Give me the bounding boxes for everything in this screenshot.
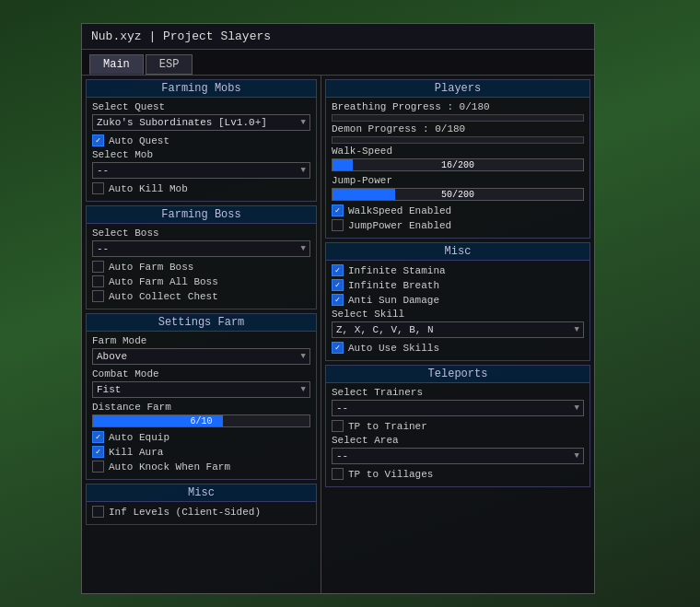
farm-mode-label: Farm Mode (92, 335, 310, 346)
left-panel: Farming Mobs Select Quest Zuko's Subordi… (82, 76, 321, 593)
tp-villages-label: TP to Villages (348, 469, 433, 480)
select-area-label: Select Area (332, 435, 584, 446)
inf-levels-label: Inf Levels (Client-Sided) (109, 507, 261, 518)
infinite-breath-checkbox[interactable] (332, 279, 344, 291)
tp-villages-row: TP to Villages (332, 468, 584, 480)
tp-trainer-row: TP to Trainer (332, 420, 584, 432)
farming-mobs-section: Farming Mobs Select Quest Zuko's Subordi… (86, 79, 317, 202)
auto-collect-chest-row: Auto Collect Chest (92, 290, 310, 302)
farm-mode-dropdown-wrapper[interactable]: Above (92, 348, 310, 365)
right-panel: Players Breathing Progress : 0/180 Demon… (321, 76, 594, 593)
trainers-dropdown-wrapper[interactable]: -- (332, 400, 584, 416)
inf-levels-checkbox[interactable] (92, 506, 104, 518)
distance-slider-bar[interactable]: 6/10 (92, 414, 310, 427)
distance-farm-slider-section: Distance Farm 6/10 (92, 402, 310, 427)
area-dropdown-wrapper[interactable]: -- (332, 448, 584, 464)
walkspeed-enabled-row: WalkSpeed Enabled (332, 204, 584, 216)
tp-trainer-label: TP to Trainer (348, 421, 427, 432)
auto-farm-boss-checkbox[interactable] (92, 261, 104, 273)
jumppower-value: 50/200 (332, 189, 583, 200)
jumppower-slider-section: Jump-Power 50/200 (332, 175, 584, 201)
settings-farm-body: Farm Mode Above Combat Mode Fist Distanc… (87, 332, 316, 479)
select-quest-label: Select Quest (92, 101, 310, 112)
misc-left-body: Inf Levels (Client-Sided) (87, 502, 316, 524)
combat-mode-dropdown[interactable]: Fist (92, 381, 310, 398)
auto-collect-chest-checkbox[interactable] (92, 290, 104, 302)
misc-right-section: Misc Infinite Stamina Infinite Breath An… (325, 242, 590, 361)
auto-knock-checkbox[interactable] (92, 461, 104, 473)
teleports-header: Teleports (326, 366, 589, 383)
jumppower-bar[interactable]: 50/200 (332, 188, 584, 201)
skill-dropdown-wrapper[interactable]: Z, X, C, V, B, N (332, 321, 584, 338)
jumppower-label: Jump-Power (332, 175, 584, 186)
farming-boss-section: Farming Boss Select Boss -- Auto Farm Bo… (86, 205, 317, 309)
kill-aura-checkbox[interactable] (92, 446, 104, 458)
farming-boss-body: Select Boss -- Auto Farm Boss Auto Farm … (87, 224, 316, 309)
select-skill-label: Select Skill (332, 309, 584, 320)
misc-left-header: Misc (87, 484, 316, 502)
kill-aura-row: Kill Aura (92, 446, 310, 458)
infinite-stamina-label: Infinite Stamina (348, 265, 446, 276)
auto-kill-mob-checkbox[interactable] (92, 182, 104, 194)
farming-boss-header: Farming Boss (87, 206, 316, 224)
infinite-stamina-row: Infinite Stamina (332, 264, 584, 276)
anti-sun-label: Anti Sun Damage (348, 295, 439, 306)
auto-kill-mob-label: Auto Kill Mob (109, 183, 188, 194)
auto-equip-checkbox[interactable] (92, 431, 104, 443)
trainers-dropdown[interactable]: -- (332, 400, 584, 416)
settings-farm-section: Settings Farm Farm Mode Above Combat Mod… (86, 313, 317, 480)
auto-knock-label: Auto Knock When Farm (109, 461, 230, 473)
breathing-label: Breathing Progress : 0/180 (332, 101, 584, 112)
teleports-section: Teleports Select Trainers -- TP to Train… (325, 365, 590, 487)
window-title: Nub.xyz | Project Slayers (91, 29, 271, 43)
farming-mobs-header: Farming Mobs (87, 80, 316, 98)
auto-equip-row: Auto Equip (92, 431, 310, 443)
jumppower-enabled-checkbox[interactable] (332, 219, 344, 231)
main-content: Farming Mobs Select Quest Zuko's Subordi… (82, 76, 594, 593)
auto-use-skills-checkbox[interactable] (332, 342, 344, 354)
tp-trainer-checkbox[interactable] (332, 420, 344, 432)
auto-use-skills-label: Auto Use Skills (348, 343, 439, 354)
boss-dropdown[interactable]: -- (92, 240, 310, 257)
auto-farm-all-boss-label: Auto Farm All Boss (109, 276, 218, 287)
tab-bar: Main ESP (82, 50, 594, 76)
players-header: Players (326, 80, 589, 98)
jumppower-enabled-row: JumpPower Enabled (332, 219, 584, 231)
title-bar: Nub.xyz | Project Slayers (82, 24, 594, 50)
players-body: Breathing Progress : 0/180 Demon Progres… (326, 98, 589, 238)
walkspeed-bar[interactable]: 16/200 (332, 158, 584, 171)
walkspeed-label: Walk-Speed (332, 146, 584, 157)
auto-quest-checkbox[interactable] (92, 134, 104, 146)
walkspeed-enabled-label: WalkSpeed Enabled (348, 205, 451, 216)
mob-dropdown-wrapper[interactable]: -- (92, 162, 310, 179)
quest-dropdown[interactable]: Zuko's Subordinates [Lv1.0+] (92, 114, 310, 131)
auto-quest-label: Auto Quest (109, 135, 169, 146)
farm-mode-dropdown[interactable]: Above (92, 348, 310, 365)
farming-mobs-body: Select Quest Zuko's Subordinates [Lv1.0+… (87, 98, 316, 201)
auto-farm-all-boss-checkbox[interactable] (92, 275, 104, 287)
anti-sun-checkbox[interactable] (332, 294, 344, 306)
auto-farm-boss-label: Auto Farm Boss (109, 262, 193, 273)
boss-dropdown-wrapper[interactable]: -- (92, 240, 310, 257)
jumppower-enabled-label: JumpPower Enabled (348, 220, 451, 231)
players-section: Players Breathing Progress : 0/180 Demon… (325, 79, 590, 239)
walkspeed-value: 16/200 (332, 159, 583, 170)
auto-farm-boss-row: Auto Farm Boss (92, 261, 310, 273)
tp-villages-checkbox[interactable] (332, 468, 344, 480)
inf-levels-row: Inf Levels (Client-Sided) (92, 506, 310, 518)
mob-dropdown[interactable]: -- (92, 162, 310, 179)
combat-mode-label: Combat Mode (92, 368, 310, 379)
auto-farm-all-boss-row: Auto Farm All Boss (92, 275, 310, 287)
walkspeed-enabled-checkbox[interactable] (332, 204, 344, 216)
quest-dropdown-wrapper[interactable]: Zuko's Subordinates [Lv1.0+] (92, 114, 310, 131)
infinite-stamina-checkbox[interactable] (332, 264, 344, 276)
tab-main[interactable]: Main (89, 54, 144, 75)
area-dropdown[interactable]: -- (332, 448, 584, 464)
settings-farm-header: Settings Farm (87, 314, 316, 332)
tab-esp[interactable]: ESP (146, 54, 193, 75)
skill-dropdown[interactable]: Z, X, C, V, B, N (332, 321, 584, 338)
auto-use-skills-row: Auto Use Skills (332, 342, 584, 354)
demon-label: Demon Progress : 0/180 (332, 123, 584, 134)
breathing-bar (332, 114, 584, 122)
combat-mode-dropdown-wrapper[interactable]: Fist (92, 381, 310, 398)
